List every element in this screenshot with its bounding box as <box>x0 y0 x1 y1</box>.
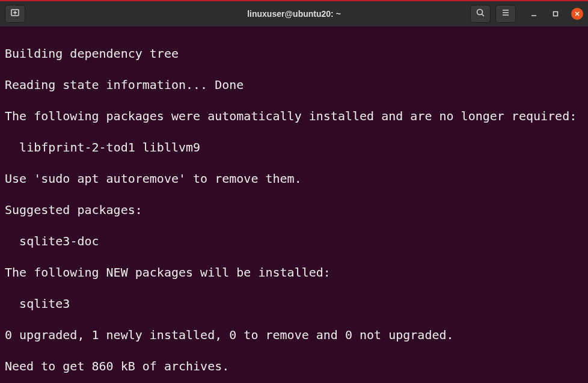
terminal-line: Need to get 860 kB of archives. <box>5 358 583 374</box>
terminal-line: 0 upgraded, 1 newly installed, 0 to remo… <box>5 327 583 343</box>
search-button[interactable] <box>470 5 491 23</box>
terminal-line: sqlite3 <box>5 296 583 311</box>
titlebar-left <box>5 5 25 23</box>
minimize-button[interactable] <box>528 8 540 20</box>
window-controls <box>528 8 583 20</box>
minimize-icon <box>530 8 537 20</box>
terminal-line: Building dependency tree <box>5 46 583 61</box>
terminal-line: libfprint-2-tod1 libllvm9 <box>5 139 583 155</box>
terminal-output[interactable]: Building dependency tree Reading state i… <box>0 26 588 383</box>
new-tab-icon <box>10 8 20 20</box>
svg-point-3 <box>477 10 483 15</box>
menu-button[interactable] <box>495 5 516 23</box>
new-tab-button[interactable] <box>5 5 25 23</box>
maximize-icon <box>552 8 559 20</box>
titlebar-right <box>470 5 583 23</box>
svg-line-4 <box>482 14 485 17</box>
titlebar: linuxuser@ubuntu20: ~ <box>0 1 588 26</box>
terminal-line: The following NEW packages will be insta… <box>5 265 583 280</box>
terminal-line: Use 'sudo apt autoremove' to remove them… <box>5 171 583 186</box>
svg-rect-9 <box>554 11 558 16</box>
terminal-line: sqlite3-doc <box>5 233 583 249</box>
search-icon <box>476 8 485 20</box>
close-button[interactable] <box>571 8 583 20</box>
terminal-line: Suggested packages: <box>5 202 583 218</box>
maximize-button[interactable] <box>550 8 562 20</box>
window-title: linuxuser@ubuntu20: ~ <box>247 9 341 19</box>
close-icon <box>574 8 581 20</box>
terminal-line: Reading state information... Done <box>5 77 583 93</box>
hamburger-icon <box>501 8 510 20</box>
terminal-line: The following packages were automaticall… <box>5 108 583 124</box>
